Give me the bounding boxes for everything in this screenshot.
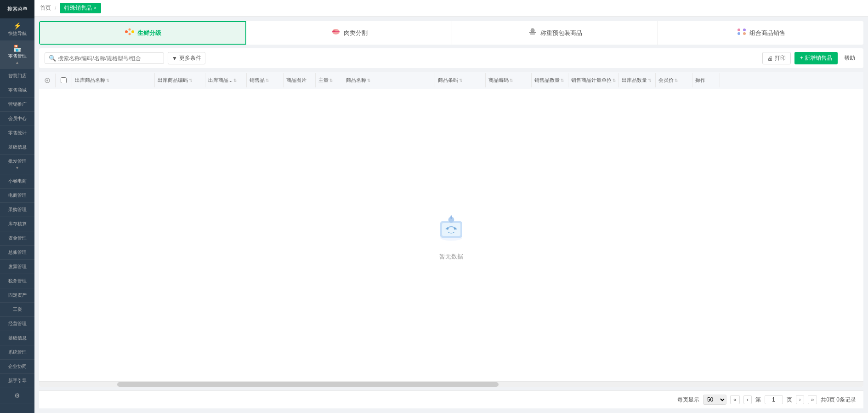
svg-point-1 — [128, 29, 130, 31]
svg-point-19 — [447, 227, 449, 229]
sidebar-item-label: 资金管理 — [8, 235, 27, 241]
active-tab-label: 特殊销售品 — [64, 4, 92, 12]
page-prefix: 第 — [755, 396, 761, 404]
sidebar-item-salary[interactable]: 工资 — [0, 303, 34, 317]
sidebar-item-sys-mgmt[interactable]: 系统管理 — [0, 345, 34, 360]
select-all-checkbox[interactable] — [61, 77, 67, 83]
sidebar-item-retail-mall[interactable]: 零售商城 — [0, 83, 34, 98]
filter-button[interactable]: ▼ 更多条件 — [168, 52, 205, 64]
sort-icon[interactable]: ⇅ — [233, 78, 237, 83]
sidebar-item-retail-mgmt[interactable]: 🏪 零售管理 ▲ — [0, 41, 34, 69]
sort-icon[interactable]: ⇅ — [329, 78, 333, 83]
sidebar-item-inventory[interactable]: 库存核算 — [0, 217, 34, 231]
empty-state-icon — [433, 210, 470, 247]
sidebar-item-label: 总账管理 — [8, 249, 27, 256]
search-box[interactable]: 🔍 — [45, 52, 164, 64]
sort-icon[interactable]: ⇅ — [266, 78, 269, 83]
sidebar-item-label: 固定资产 — [8, 292, 27, 298]
sidebar-item-enterprise[interactable]: 企业协同 — [0, 360, 34, 374]
search-input[interactable] — [58, 55, 159, 62]
svg-point-13 — [743, 32, 746, 35]
sidebar-item-finance[interactable]: 资金管理 — [0, 231, 34, 246]
sidebar-logo[interactable]: 搜索菜单 — [0, 0, 34, 18]
quick-nav-icon: ⚡ — [13, 22, 21, 29]
filter-icon: ▼ — [172, 55, 177, 62]
sidebar-item-smart-store[interactable]: 智慧门店 — [0, 69, 34, 83]
empty-text: 暂无数据 — [439, 252, 463, 261]
print-icon: 🖨 — [767, 55, 773, 62]
active-tab[interactable]: 特殊销售品 × — [60, 3, 101, 13]
sidebar-item-retail-stats[interactable]: 零售统计 — [0, 126, 34, 140]
breadcrumb-home[interactable]: 首页 — [40, 4, 51, 12]
scrollbar-thumb[interactable] — [117, 382, 499, 387]
sort-icon[interactable]: ⇅ — [106, 78, 110, 83]
help-button[interactable]: 帮助 — [841, 52, 858, 64]
meat-cut-icon — [331, 28, 341, 38]
prev-page-button[interactable]: ‹ — [743, 395, 752, 404]
svg-point-20 — [454, 227, 456, 229]
tab-combo-sale[interactable]: 组合商品销售 — [658, 21, 863, 45]
sort-icon[interactable]: ⇅ — [648, 78, 652, 83]
last-page-button[interactable]: » — [808, 395, 817, 404]
page-number-input[interactable] — [765, 395, 783, 404]
sidebar-item-label: 快捷导航 — [8, 30, 27, 37]
sidebar-item-quick-nav[interactable]: ⚡ 快捷导航 — [0, 18, 34, 41]
sidebar-item-label: 批发管理 — [8, 158, 27, 165]
svg-point-12 — [738, 32, 740, 35]
svg-point-3 — [131, 30, 134, 33]
sidebar-item-general-ledger[interactable]: 总账管理 — [0, 246, 34, 260]
horizontal-scrollbar[interactable] — [39, 381, 863, 387]
th-settings[interactable] — [39, 74, 56, 87]
sort-icon[interactable]: ⇅ — [189, 78, 193, 83]
th-barcode: 商品条码 ⇅ — [435, 73, 486, 87]
tab-weight-pack[interactable]: 称重预包装商品 — [452, 21, 658, 45]
sort-icon[interactable]: ⇅ — [459, 78, 463, 83]
sidebar-item-new-guide[interactable]: 新手引导 — [0, 374, 34, 388]
sidebar-item-settings[interactable]: ⚙ — [0, 388, 34, 403]
th-checkbox[interactable] — [56, 74, 72, 87]
tab-meat-cut-label: 肉类分割 — [344, 29, 368, 37]
sidebar-item-fixed-assets[interactable]: 固定资产 — [0, 288, 34, 303]
sidebar-item-invoice-mgmt[interactable]: 发票管理 — [0, 260, 34, 274]
retail-mgmt-icon: 🏪 — [13, 45, 21, 52]
sidebar-item-basic-info2[interactable]: 基础信息 — [0, 331, 34, 345]
next-page-button[interactable]: › — [796, 395, 804, 404]
tab-fresh-grade[interactable]: 生鲜分级 — [39, 21, 246, 45]
gear-icon: ⚙ — [14, 392, 20, 399]
per-page-select[interactable]: 50 10 20 100 — [703, 395, 726, 405]
toolbar-left: 🔍 ▼ 更多条件 — [45, 52, 205, 64]
pagination-bar: 每页显示 50 10 20 100 « ‹ 第 页 › » 共0页 0条记录 — [39, 390, 863, 408]
sidebar-item-label: 零售统计 — [8, 130, 27, 136]
sidebar-item-wholesale-mgmt[interactable]: 批发管理 ▼ — [0, 155, 34, 174]
tab-meat-cut[interactable]: 肉类分割 — [246, 21, 452, 45]
sort-icon[interactable]: ⇅ — [613, 78, 616, 83]
svg-rect-9 — [530, 33, 535, 35]
sidebar-item-purchase-mgmt[interactable]: 采购管理 — [0, 203, 34, 217]
page-suffix: 页 — [787, 396, 792, 404]
toolbar: 🔍 ▼ 更多条件 🖨 打印 + 新增销售品 帮助 — [39, 48, 863, 68]
fresh-grade-icon — [125, 28, 135, 38]
sidebar-item-ecom-mgmt[interactable]: 电商管理 — [0, 189, 34, 203]
print-button[interactable]: 🖨 打印 — [762, 52, 791, 64]
sort-icon[interactable]: ⇅ — [675, 78, 678, 83]
sidebar-item-member-center[interactable]: 会员中心 — [0, 112, 34, 126]
th-out-code: 出库商品编码 ⇅ — [155, 73, 205, 87]
close-icon[interactable]: × — [94, 6, 96, 11]
sidebar-item-label: 系统管理 — [8, 349, 27, 356]
sidebar-item-label: 新手引导 — [8, 378, 27, 384]
sidebar-item-tax-mgmt[interactable]: 税务管理 — [0, 274, 34, 288]
sort-icon[interactable]: ⇅ — [367, 78, 371, 83]
add-sale-product-button[interactable]: + 新增销售品 — [794, 52, 838, 64]
sidebar-item-basic-info[interactable]: 基础信息 — [0, 140, 34, 155]
sidebar-item-sales-promo[interactable]: 营销推广 — [0, 98, 34, 112]
sidebar-item-label: 采购管理 — [8, 206, 27, 213]
tab-fresh-grade-label: 生鲜分级 — [137, 29, 161, 37]
sort-icon[interactable]: ⇅ — [510, 78, 513, 83]
main-area: 首页 / 特殊销售品 × 生鲜分级 — [34, 0, 868, 413]
first-page-button[interactable]: « — [730, 395, 740, 404]
sort-icon[interactable]: ⇅ — [561, 78, 564, 83]
svg-point-11 — [743, 29, 746, 31]
svg-point-15 — [46, 80, 48, 81]
sidebar-item-ops-mgmt[interactable]: 经营管理 — [0, 317, 34, 331]
sidebar-item-mini-ecom[interactable]: 小畅电商 — [0, 174, 34, 189]
